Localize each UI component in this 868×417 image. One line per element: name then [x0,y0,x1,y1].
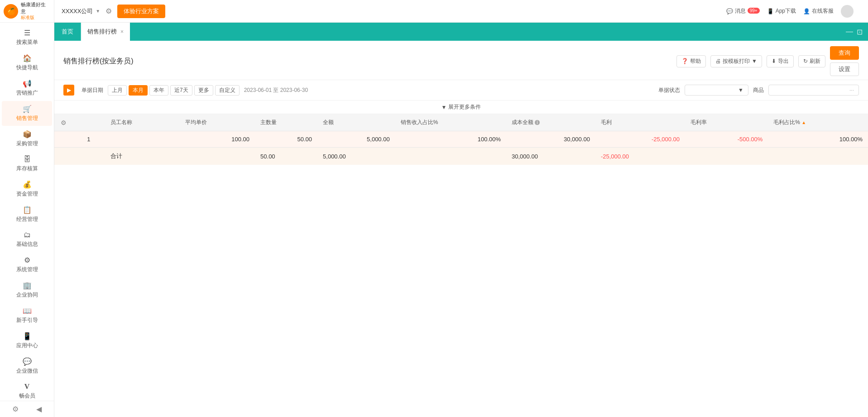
sidebar-item-enterprise[interactable]: 🏢 企业协同 [2,278,52,302]
sidebar-item-quick-nav[interactable]: 🏠 快捷导航 [2,50,52,75]
cell-main-qty: 50.00 [255,131,317,148]
help-icon: ❓ [681,58,688,64]
date-buttons: 上月 本月 本年 近7天 更多 自定义 [108,85,240,96]
cell-amount: 5,000.00 [317,131,395,148]
app-download-label: App下载 [776,7,796,15]
sidebar-item-sales[interactable]: 🛒 销售管理 [2,101,52,126]
tab-sales-ranking[interactable]: 销售排行榜 × [81,23,130,41]
sidebar-item-search-order[interactable]: ☰ 搜索菜单 [2,25,52,50]
sidebar-item-purchase[interactable]: 📦 采购管理 [2,126,52,151]
tab-home[interactable]: 首页 [54,23,81,41]
col-settings[interactable]: ⚙ [54,114,72,131]
sidebar-item-label: 基础信息 [16,240,38,248]
date-btn-custom[interactable]: 自定义 [215,85,240,96]
message-icon: 💬 [726,8,733,14]
search-order-icon: ☰ [24,29,30,37]
footer-amount: 5,000.00 [317,148,395,165]
sidebar-item-label: 新手引导 [16,316,38,324]
sidebar-item-label: 库存核算 [16,165,38,173]
tabbar-right: — ⊡ [840,23,868,41]
sidebar-item-marketing[interactable]: 📢 营销推广 [2,76,52,101]
date-btn-current-year[interactable]: 本年 [149,85,168,96]
enterprise-icon: 🏢 [23,281,32,290]
date-btn-current-month[interactable]: 本月 [129,85,148,96]
refresh-button[interactable]: ↻ 刷新 [798,55,825,67]
expand-more-button[interactable]: ▼ 展开更多条件 [441,103,481,111]
sidebar-item-base-info[interactable]: 🗂 基础信息 [2,227,52,252]
status-select[interactable]: ▼ [685,85,748,96]
online-service-icon: 👤 [803,8,810,14]
sidebar-item-apps[interactable]: 📱 应用中心 [2,328,52,353]
goods-input[interactable]: ··· [768,85,859,96]
export-button[interactable]: ⬇ 导出 [767,55,794,67]
col-sales-pct: 销售收入占比% [395,114,506,131]
purchase-icon: 📦 [23,130,32,139]
date-btn-more[interactable]: 更多 [194,85,213,96]
footer-sales-pct [395,148,506,165]
footer-main-qty: 50.00 [255,148,317,165]
sidebar-item-label: 采购管理 [16,140,38,148]
cell-rank: 1 [72,131,105,148]
status-value [690,87,711,93]
maximize-icon[interactable]: ⊡ [857,28,863,36]
marketing-icon: 📢 [23,79,32,88]
message-group[interactable]: 💬 消息 99+ [726,7,760,15]
sidebar-collapse-icon[interactable]: ◀ [36,405,42,413]
sidebar-item-label: 营销推广 [16,89,38,97]
goods-more-icon: ··· [849,87,854,93]
sidebar-item-label: 经营管理 [16,216,38,223]
header-actions: ❓ 帮助 🖨 按模板打印 ▼ ⬇ 导出 ↻ 刷新 查询 [676,46,859,76]
logo-name: 畅康通好生意 [21,1,50,14]
inventory-icon: 🗄 [24,155,31,163]
date-btn-last-month[interactable]: 上月 [108,85,127,96]
page-title: 销售排行榜(按业务员) [63,57,134,66]
goods-label: 商品 [753,86,764,94]
sidebar-item-system[interactable]: ⚙ 系统管理 [2,252,52,277]
settings-button[interactable]: 设置 [830,62,859,76]
date-label: 单据日期 [82,86,103,94]
minimize-icon[interactable]: — [846,28,853,36]
template-print-button[interactable]: 🖨 按模板打印 ▼ [710,55,762,67]
filter-area: ▶ 单据日期 上月 本月 本年 近7天 更多 自定义 2023-06-01 至 … [54,80,868,101]
filter-expand-button[interactable]: ▶ [63,85,74,96]
col-amount: 全额 [317,114,395,131]
sidebar-bottom: ⚙ ◀ [0,401,54,417]
footer-cost-amount: 30,000.00 [506,148,595,165]
print-icon: 🖨 [715,58,721,64]
wechat-icon: 💬 [23,357,32,366]
tab-close-icon[interactable]: × [120,29,124,35]
date-btn-7days[interactable]: 近7天 [170,85,192,96]
topbar-settings-icon[interactable]: ⚙ [106,7,112,15]
content-area: 销售排行榜(按业务员) ❓ 帮助 🖨 按模板打印 ▼ ⬇ 导出 ↻ 刷新 [54,41,868,417]
member-icon: V [24,383,30,391]
cell-avg-price: 100.00 [180,131,255,148]
trial-button[interactable]: 体验行业方案 [117,5,165,18]
avatar [841,5,854,18]
sidebar-item-label: 系统管理 [16,266,38,273]
help-button[interactable]: ❓ 帮助 [676,55,706,67]
cell-gross-profit: -25,000.00 [595,131,685,148]
sidebar-item-finance[interactable]: 💰 资金管理 [2,177,52,201]
status-label: 单据状态 [658,86,680,94]
date-range: 2023-06-01 至 2023-06-30 [244,86,308,94]
col-gross-profit: 毛利 [595,114,685,131]
sidebar-item-wechat[interactable]: 💬 企业微信 [2,354,52,379]
sidebar-item-label: 企业微信 [16,367,38,375]
col-rank [72,114,105,131]
sidebar-item-label: 快捷导航 [16,64,38,72]
sidebar-item-operations[interactable]: 📋 经营管理 [2,202,52,227]
app-download-group[interactable]: 📱 App下载 [767,7,796,15]
sidebar-item-guide[interactable]: 📖 新手引导 [2,303,52,328]
sidebar-settings-icon[interactable]: ⚙ [12,405,19,413]
sidebar-item-member[interactable]: V 畅会员 [2,379,52,401]
expand-icon: ▼ [441,104,447,110]
sidebar-item-inventory[interactable]: 🗄 库存核算 [2,152,52,176]
cell-sales-pct: 100.00% [395,131,506,148]
column-settings-icon[interactable]: ⚙ [61,119,67,126]
online-service-group[interactable]: 👤 在线客服 [803,7,834,15]
company-selector[interactable]: XXXXX公司 ▼ [62,7,100,15]
export-icon: ⬇ [772,58,776,64]
query-button[interactable]: 查询 [830,46,859,60]
col-employee: 员工名称 [105,114,180,131]
guide-icon: 📖 [23,307,32,315]
